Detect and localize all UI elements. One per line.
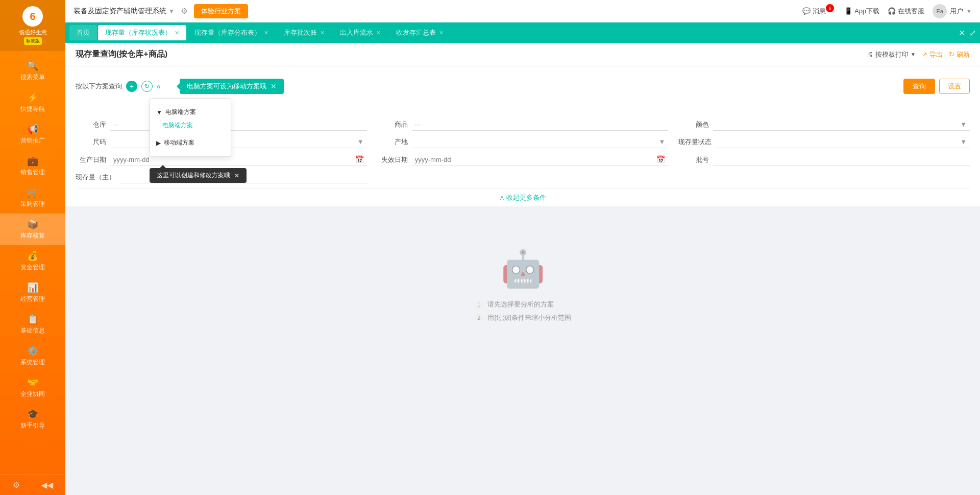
scheme-group-pc-header[interactable]: ▼ 电脑端方案 (150, 106, 231, 119)
user-chevron-icon: ▼ (966, 8, 972, 14)
tab-close-icon[interactable]: ✕ (264, 30, 268, 36)
sidebar-item-marketing[interactable]: 📢 营销推广 (0, 119, 65, 150)
stock-status-select[interactable]: ▼ (716, 136, 970, 148)
filter-refresh-btn[interactable]: ↻ (141, 81, 153, 92)
step-num-2: 2 (474, 313, 483, 322)
trial-button[interactable]: 体验行业方案 (194, 4, 248, 18)
reset-button[interactable]: 设置 (939, 79, 970, 94)
sidebar-item-sales[interactable]: 💼 销售管理 (0, 150, 65, 182)
sidebar-item-search[interactable]: 🔍 搜索菜单 (0, 55, 65, 87)
goods-placeholder: ··· (415, 121, 421, 128)
sidebar-item-label: 销售管理 (20, 168, 45, 177)
sidebar-collapse-btn[interactable]: ◀◀ (41, 480, 53, 490)
app-download-label: App下载 (854, 7, 879, 16)
scheme-group-mobile-header[interactable]: ▶ 移动端方案 (150, 136, 231, 149)
scheme-group-pc-label: 电脑端方案 (165, 108, 196, 116)
sidebar-item-operations[interactable]: 📊 经营管理 (0, 277, 65, 309)
tab-inventory-dist[interactable]: 现存量（库存分布表） ✕ (187, 25, 276, 40)
tab-close-all-btn[interactable]: ✕ (959, 28, 965, 38)
expire-date-input[interactable]: 📅 (412, 153, 669, 166)
user-info[interactable]: Ea 用户 ▼ (933, 4, 972, 18)
tab-receive-summary[interactable]: 收发存汇总表 ✕ (389, 25, 451, 40)
sidebar-item-label: 新手引导 (20, 421, 45, 430)
tab-home[interactable]: 首页 (69, 25, 97, 40)
tab-inventory-status-label: 现存量（库存状况表） (105, 28, 172, 37)
sidebar-item-enterprise[interactable]: 🤝 企业协同 (0, 372, 65, 404)
query-button[interactable]: 查询 (903, 79, 935, 94)
purchase-icon: 🛒 (27, 187, 38, 198)
calendar-icon[interactable]: 📅 (656, 155, 665, 163)
sidebar-item-basic[interactable]: 📋 基础信息 (0, 309, 65, 340)
origin-select[interactable]: ▼ (412, 136, 669, 148)
calendar-icon[interactable]: 📅 (355, 155, 364, 163)
sidebar-item-label: 资金管理 (20, 263, 45, 272)
filter-section: 按以下方案查询 + ↻ « 电脑方案可设为移动方案哦 ✕ 查询 设置 (65, 66, 980, 206)
sidebar-item-label: 营销推广 (20, 136, 45, 145)
sidebar-item-newbie[interactable]: 🎓 新手引导 (0, 404, 65, 435)
scheme-item-pc[interactable]: 电脑端方案 (150, 119, 231, 132)
create-scheme-close[interactable]: ✕ (234, 172, 239, 179)
origin-label: 产地 (377, 137, 408, 147)
batch-input[interactable] (713, 154, 970, 166)
create-scheme-text: 这里可以创建和修改方案哦 (157, 171, 230, 180)
scheme-group-mobile-label: 移动端方案 (164, 138, 194, 147)
sidebar-settings-btn[interactable]: ⚙ (13, 480, 20, 490)
expire-date-field[interactable] (415, 156, 655, 163)
produce-date-field[interactable] (113, 156, 353, 163)
sidebar-item-label: 系统管理 (20, 358, 45, 367)
message-action[interactable]: 💬 消息 6 (802, 7, 836, 16)
tab-batch-account[interactable]: 库存批次账 ✕ (277, 25, 332, 40)
settings-icon[interactable]: ⚙ (181, 6, 188, 16)
tab-close-icon[interactable]: ✕ (376, 30, 381, 36)
sales-icon: 💼 (27, 155, 38, 167)
empty-steps: 1 请先选择要分析的方案 2 用[过滤]条件来缩小分析范围 (474, 300, 571, 326)
step-num-1: 1 (474, 300, 483, 309)
sidebar-item-quick-nav[interactable]: ⚡ 快捷导航 (0, 87, 65, 119)
export-btn[interactable]: ↗ 导出 (922, 50, 943, 59)
tab-close-icon[interactable]: ✕ (439, 30, 444, 36)
empty-step-2: 2 用[过滤]条件来缩小分析范围 (474, 313, 571, 322)
sidebar-item-purchase[interactable]: 🛒 采购管理 (0, 182, 65, 214)
color-label: 颜色 (678, 120, 709, 129)
logo-text: 畅通好生意 (19, 29, 47, 36)
sidebar-item-finance[interactable]: 💰 资金管理 (0, 245, 65, 277)
warehouse-label: 仓库 (76, 120, 106, 129)
username-label: 用户 (950, 7, 963, 16)
size-dropdown-icon: ▼ (357, 138, 364, 146)
tab-close-icon[interactable]: ✕ (175, 30, 179, 36)
tab-close-icon[interactable]: ✕ (320, 30, 325, 36)
tab-in-out-flow[interactable]: 出入库流水 ✕ (333, 25, 388, 40)
sidebar-item-system[interactable]: ⚙️ 系统管理 (0, 340, 65, 372)
stock-qty-max[interactable] (249, 173, 364, 181)
filter-batch: 批号 (678, 154, 970, 166)
goods-select[interactable]: ··· (412, 119, 669, 131)
color-select[interactable]: ▼ (713, 119, 970, 131)
tab-maximize-btn[interactable]: ⤢ (969, 28, 976, 38)
tab-home-label: 首页 (77, 28, 90, 37)
app-download-action[interactable]: 📱 App下载 (844, 7, 879, 16)
warehouse-select[interactable]: ··· (110, 119, 367, 131)
sidebar-item-inventory[interactable]: 📦 库存核算 (0, 214, 65, 245)
tab-inventory-status[interactable]: 现存量（库存状况表） ✕ (98, 25, 186, 40)
template-print-label: 按模板打印 (875, 50, 909, 59)
filter-prev-btn[interactable]: « (157, 82, 161, 90)
online-support-action[interactable]: 🎧 在线客服 (888, 7, 924, 16)
tab-receive-summary-label: 收发存汇总表 (396, 28, 436, 37)
empty-step-1-text: 请先选择要分析的方案 (487, 300, 554, 309)
system-name-selector[interactable]: 装备及固定资产辅助管理系统 ▼ (74, 7, 175, 16)
sidebar-logo: 6 畅通好生意 标准版 (0, 0, 65, 51)
filter-more-btn[interactable]: ∧ 收起更多条件 (76, 188, 970, 206)
sidebar: 6 畅通好生意 标准版 🔍 搜索菜单 ⚡ 快捷导航 📢 营销推广 💼 销售管理 … (0, 0, 65, 495)
online-support-label: 在线客服 (898, 7, 924, 16)
refresh-btn[interactable]: ↻ 刷新 (949, 50, 970, 59)
tab-bar: 首页 现存量（库存状况表） ✕ 现存量（库存分布表） ✕ 库存批次账 ✕ 出入库… (65, 22, 980, 43)
sidebar-item-label: 基础信息 (20, 326, 45, 335)
produce-date-input[interactable]: 📅 (110, 153, 367, 166)
scheme-group-arrow: ▶ (156, 139, 161, 147)
batch-label: 批号 (678, 155, 709, 164)
template-print-btn[interactable]: 🖨 按模板打印 ▼ (867, 50, 916, 59)
tab-batch-account-label: 库存批次账 (284, 28, 317, 37)
filter-add-btn[interactable]: + (126, 81, 137, 92)
size-select[interactable]: ▼ (110, 136, 367, 148)
scheme-tooltip-close[interactable]: ✕ (271, 82, 277, 90)
